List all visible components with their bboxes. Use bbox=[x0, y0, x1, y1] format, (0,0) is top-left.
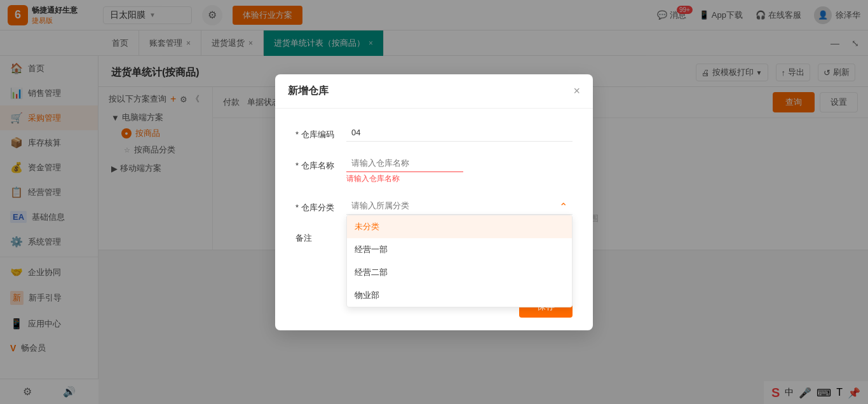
category-input[interactable] bbox=[346, 197, 573, 215]
form-row-code: * 仓库编码 bbox=[295, 124, 573, 142]
dropdown-item-ops1[interactable]: 经营一部 bbox=[347, 238, 572, 261]
category-dropdown: 未分类 经营一部 经营二部 物业部 bbox=[346, 215, 573, 307]
dialog-body: * 仓库编码 * 仓库名称 请输入仓库名称 * 仓库分类 ⌃ bbox=[275, 109, 593, 288]
dialog-close-button[interactable]: × bbox=[573, 85, 580, 97]
dialog-header: 新增仓库 × bbox=[275, 74, 593, 109]
dialog-add-warehouse: 新增仓库 × * 仓库编码 * 仓库名称 请输入仓库名称 * 仓库分类 bbox=[275, 74, 593, 330]
form-row-name-inner: * 仓库名称 bbox=[295, 154, 463, 172]
code-input[interactable] bbox=[346, 124, 573, 142]
code-label: * 仓库编码 bbox=[295, 124, 346, 140]
dropdown-item-ops2[interactable]: 经营二部 bbox=[347, 261, 572, 284]
name-input[interactable] bbox=[346, 154, 463, 172]
category-label: * 仓库分类 bbox=[295, 197, 346, 213]
form-row-category: * 仓库分类 ⌃ 未分类 经营一部 经营二部 物业部 bbox=[295, 197, 573, 215]
category-select-wrapper: ⌃ 未分类 经营一部 经营二部 物业部 bbox=[346, 197, 573, 215]
form-row-name: * 仓库名称 请输入仓库名称 bbox=[295, 154, 573, 184]
name-error-tip: 请输入仓库名称 bbox=[295, 173, 400, 184]
note-label: 备注 bbox=[295, 227, 346, 244]
dropdown-item-property[interactable]: 物业部 bbox=[347, 284, 572, 307]
modal-overlay[interactable]: 新增仓库 × * 仓库编码 * 仓库名称 请输入仓库名称 * 仓库分类 bbox=[0, 0, 868, 404]
category-arrow-up-icon[interactable]: ⌃ bbox=[559, 201, 567, 213]
dialog-title: 新增仓库 bbox=[288, 84, 329, 98]
name-label: * 仓库名称 bbox=[295, 155, 346, 172]
dropdown-item-uncategorized[interactable]: 未分类 bbox=[347, 215, 572, 238]
